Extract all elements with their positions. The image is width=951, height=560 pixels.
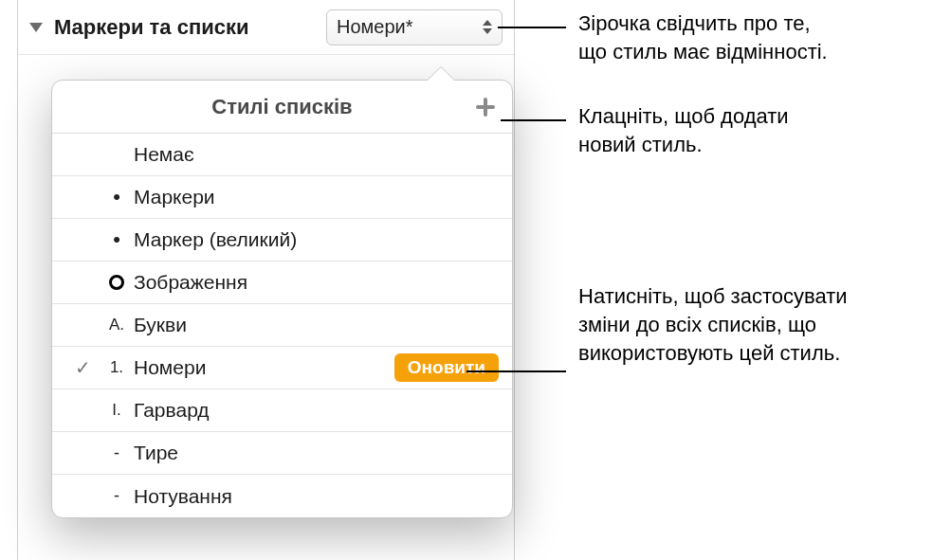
popover-header: Стилі списків — [52, 81, 512, 134]
callout-add: Клацніть, щоб додати новий стиль. — [578, 102, 789, 159]
list-style-popup-value: Номери* — [337, 16, 483, 38]
style-row[interactable]: •Маркери — [52, 176, 512, 219]
style-prefix-icon: A. — [100, 316, 134, 334]
style-list: Немає•Маркери•Маркер (великий)Зображення… — [52, 134, 512, 517]
checkmark-icon: ✓ — [65, 356, 100, 379]
section-title: Маркери та списки — [54, 15, 326, 40]
style-row-label: Зображення — [134, 271, 499, 294]
callout-asterisk: Зірочка свідчить про те, що стиль має ві… — [578, 9, 828, 66]
style-row[interactable]: Немає — [52, 134, 512, 176]
style-prefix-icon: - — [100, 486, 134, 506]
style-row-label: Нотування — [134, 485, 499, 508]
style-row-label: Немає — [134, 143, 499, 166]
plus-icon — [476, 98, 495, 117]
callout-line — [498, 27, 566, 28]
popover-title: Стилі списків — [211, 95, 352, 119]
style-row-label: Букви — [134, 314, 499, 336]
style-row[interactable]: -Тире — [52, 432, 512, 475]
style-row[interactable]: -Нотування — [52, 475, 512, 517]
style-row-label: Маркер (великий) — [134, 228, 499, 251]
style-prefix-icon: 1. — [100, 358, 134, 377]
style-row-label: Маркери — [134, 186, 499, 208]
style-row[interactable]: ✓1.НомериОновити — [52, 347, 512, 389]
style-row-label: Гарвард — [134, 399, 499, 422]
style-prefix-icon — [100, 275, 134, 290]
bullets-lists-header: Маркери та списки Номери* — [18, 0, 514, 55]
style-row[interactable]: •Маркер (великий) — [52, 219, 512, 262]
style-prefix-icon: • — [100, 185, 134, 209]
style-row-label: Номери — [134, 356, 394, 379]
callout-update: Натисніть, щоб застосувати зміни до всіх… — [578, 282, 848, 368]
style-prefix-icon: • — [100, 227, 134, 252]
style-prefix-icon: I. — [100, 401, 134, 420]
list-style-popup[interactable]: Номери* — [326, 9, 503, 45]
update-style-button[interactable]: Оновити — [394, 353, 499, 382]
style-row[interactable]: I.Гарвард — [52, 389, 512, 432]
add-style-button[interactable] — [472, 94, 499, 120]
updown-arrows-icon — [483, 20, 492, 34]
disclosure-triangle-icon[interactable] — [29, 23, 43, 32]
callout-line — [466, 370, 566, 372]
style-row[interactable]: A.Букви — [52, 304, 512, 347]
callout-line — [501, 119, 566, 121]
style-row[interactable]: Зображення — [52, 262, 512, 304]
format-panel: Маркери та списки Номери* Стилі списків … — [17, 0, 515, 560]
style-row-label: Тире — [134, 442, 499, 464]
list-styles-popover: Стилі списків Немає•Маркери•Маркер (вели… — [51, 80, 513, 518]
style-prefix-icon: - — [100, 443, 134, 463]
